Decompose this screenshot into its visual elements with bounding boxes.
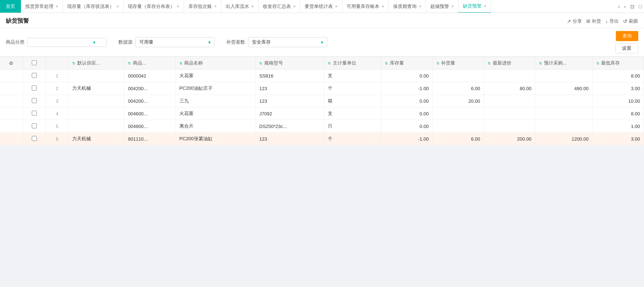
tab-order-stats-close[interactable]: × xyxy=(335,4,338,9)
row-checkbox[interactable] xyxy=(32,111,37,116)
replenish-basis-label: 补货基数 xyxy=(226,39,245,45)
replenish-basis-select[interactable]: 安全库存 ▾ xyxy=(248,37,327,47)
row-min-stock: 8.00 xyxy=(592,70,644,82)
sort-spec-icon: ⇅ xyxy=(259,61,262,65)
datasource-value: 可用量 xyxy=(139,39,153,45)
row-replenish-qty: 6.00 xyxy=(432,82,484,95)
tab-shortage[interactable]: 缺货预警 × xyxy=(458,0,491,13)
col-code-label: 商品... xyxy=(133,60,146,66)
tab-prev-button[interactable]: ‹ xyxy=(616,2,622,11)
col-product-name[interactable]: ⇅ 商品名称 xyxy=(175,57,255,70)
row-spec: SS816 xyxy=(256,70,324,82)
row-spec: 123 xyxy=(256,133,324,145)
refresh-label: 刷新 xyxy=(629,18,638,25)
share-action[interactable]: ↗ 分享 xyxy=(567,18,582,25)
tab-batch-account-close[interactable]: × xyxy=(214,4,217,9)
row-supplier xyxy=(69,95,124,107)
row-stock: 0.00 xyxy=(381,70,432,82)
col-min-stock[interactable]: ⇅ 最低库存 xyxy=(592,57,644,70)
tab-home[interactable]: 首页 xyxy=(0,0,21,13)
col-latest-price[interactable]: ⇅ 最新进价 xyxy=(484,57,535,70)
tab-receive-summary[interactable]: 收发存汇总表 × xyxy=(258,0,300,13)
tab-inout-flow-label: 出入库流水 xyxy=(226,3,249,10)
col-name-label: 商品名称 xyxy=(184,60,203,66)
tab-expiry-query[interactable]: 保质期查询 × xyxy=(389,0,426,13)
col-replenish-qty[interactable]: ⇅ 补货量 xyxy=(432,57,484,70)
row-latest-price xyxy=(484,120,535,133)
row-checkbox-cell[interactable] xyxy=(23,133,45,145)
row-checkbox-cell[interactable] xyxy=(23,107,45,120)
table-row: 6 力天机械 801110... PC200张紧油缸 123 个 -1.00 6… xyxy=(0,133,644,145)
row-checkbox[interactable] xyxy=(32,136,37,141)
col-gear[interactable]: ⚙ xyxy=(0,57,23,70)
row-replenish-qty: 6.00 xyxy=(432,133,484,145)
tab-order-stats[interactable]: 要货单统计表 × xyxy=(300,0,342,13)
col-unit[interactable]: ⇅ 主计量单位 xyxy=(324,57,381,70)
row-spec: DS250*23c... xyxy=(256,120,324,133)
tab-inout-flow-close[interactable]: × xyxy=(251,4,254,9)
row-unit: 只 xyxy=(324,120,381,133)
tab-expiry-query-close[interactable]: × xyxy=(419,4,421,9)
tab-available-ledger-close[interactable]: × xyxy=(382,4,384,9)
col-spec[interactable]: ⇅ 规格型号 xyxy=(256,57,324,70)
tab-exception-close[interactable]: × xyxy=(56,4,58,9)
datasource-select[interactable]: 可用量 ▾ xyxy=(135,37,215,47)
col-price-label: 最新进价 xyxy=(493,60,512,66)
tab-inventory-status-close[interactable]: × xyxy=(116,4,119,9)
tab-restore-button[interactable]: ⊡ xyxy=(628,2,637,11)
tab-available-ledger[interactable]: 可用量库存账本 × xyxy=(342,0,389,13)
row-checkbox[interactable] xyxy=(32,85,37,90)
row-supplier xyxy=(69,70,124,82)
tab-batch-account[interactable]: 库存批次账 × xyxy=(184,0,221,13)
col-stock[interactable]: ⇅ 库存量 xyxy=(381,57,432,70)
tab-shortage-close[interactable]: × xyxy=(484,4,486,9)
export-action[interactable]: ↓ 导出 xyxy=(605,18,619,25)
row-code: 004200... xyxy=(124,95,175,107)
settings-button[interactable]: 设置 xyxy=(615,43,638,53)
refresh-action[interactable]: ↺ 刷新 xyxy=(623,18,638,25)
row-checkbox-cell[interactable] xyxy=(23,70,45,82)
tab-order-stats-label: 要货单统计表 xyxy=(305,3,333,10)
tab-overstock[interactable]: 超储预警 × xyxy=(426,0,458,13)
row-checkbox-cell[interactable] xyxy=(23,95,45,107)
tab-available-ledger-label: 可用量库存账本 xyxy=(347,3,379,10)
row-checkbox-cell[interactable] xyxy=(23,120,45,133)
tab-receive-summary-close[interactable]: × xyxy=(293,4,296,9)
col-default-supplier[interactable]: ⇅ 默认供应... xyxy=(69,57,124,70)
tab-next-button[interactable]: › xyxy=(622,2,628,11)
tab-overstock-close[interactable]: × xyxy=(451,4,454,9)
row-num-cell: 2 xyxy=(46,82,69,95)
tab-exception[interactable]: 拣货异常处理 × xyxy=(21,0,63,13)
col-checkbox[interactable] xyxy=(23,57,45,70)
tab-inventory-status[interactable]: 现存量（库存状况表） × xyxy=(63,0,123,13)
row-unit: 支 xyxy=(324,107,381,120)
tab-inventory-dist-close[interactable]: × xyxy=(177,4,179,9)
row-checkbox[interactable] xyxy=(32,98,37,103)
category-select[interactable]: ▾ xyxy=(27,38,107,47)
page-header: 缺货预警 ↗ 分享 ⊞ 补货 ↓ 导出 ↺ 刷新 xyxy=(0,13,644,28)
row-name: 火花塞 xyxy=(175,70,255,82)
row-name: PC200张紧油缸 xyxy=(175,133,255,145)
col-replenish-label: 补货量 xyxy=(441,60,455,66)
tab-inventory-dist-label: 现存量（库存分布表） xyxy=(128,3,175,10)
tab-inventory-dist[interactable]: 现存量（库存分布表） × xyxy=(123,0,184,13)
row-latest-price xyxy=(484,70,535,82)
sort-replenish-icon: ⇅ xyxy=(436,61,439,65)
row-checkbox-cell[interactable] xyxy=(23,82,45,95)
col-estimated-purchase[interactable]: ⇅ 预计采购... xyxy=(535,57,592,70)
col-product-code[interactable]: ⇅ 商品... xyxy=(124,57,175,70)
replenish-action[interactable]: ⊞ 补货 xyxy=(586,18,601,25)
query-button[interactable]: 查询 xyxy=(616,31,638,41)
tab-navigation: ‹ › ⊡ □ xyxy=(616,2,644,11)
row-num-cell: 3 xyxy=(46,95,69,107)
tab-inout-flow[interactable]: 出入库流水 × xyxy=(221,0,258,13)
row-checkbox[interactable] xyxy=(32,73,37,78)
select-all-checkbox[interactable] xyxy=(32,60,37,65)
row-estimated-purchase xyxy=(535,95,592,107)
datasource-filter-label: 数据源 xyxy=(118,39,132,45)
row-checkbox[interactable] xyxy=(32,123,37,128)
tab-maximize-button[interactable]: □ xyxy=(637,2,644,11)
row-unit: 支 xyxy=(324,70,381,82)
row-name: 火花塞 xyxy=(175,107,255,120)
row-stock: 0.00 xyxy=(381,120,432,133)
